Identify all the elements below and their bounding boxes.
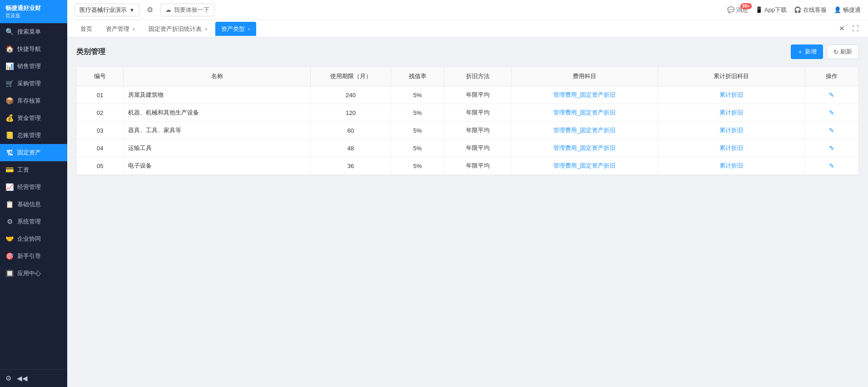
edit-icon[interactable]: ✎ xyxy=(829,162,834,169)
cell-accum-subject: 累计折旧 xyxy=(658,122,805,139)
cell-residual: 5% xyxy=(391,86,444,104)
cell-id: 03 xyxy=(77,122,124,139)
cell-accum-subject: 累计折旧 xyxy=(658,86,805,104)
cell-cost-subject: 管理费用_固定资产折旧 xyxy=(511,139,658,157)
col-period: 使用期限（月） xyxy=(311,67,391,86)
purchase-icon: 🛒 xyxy=(5,79,14,88)
cell-period: 36 xyxy=(311,157,391,175)
cell-name: 运输工具 xyxy=(124,139,311,157)
app-version: 普及版 xyxy=(5,12,62,19)
sidebar-item-search[interactable]: 🔍 搜索菜单 xyxy=(0,23,67,40)
cell-residual: 5% xyxy=(391,104,444,122)
sidebar-item-funds[interactable]: 💰 资金管理 xyxy=(0,109,67,127)
sidebar-item-payroll[interactable]: 💳 工资 xyxy=(0,161,67,179)
table-row: 04 运输工具 48 5% 年限平均 管理费用_固定资产折旧 累计折旧 ✎ xyxy=(77,139,858,157)
ledger-icon: 📒 xyxy=(5,131,14,139)
chevron-down-icon: ▼ xyxy=(129,7,134,13)
table-row: 02 机器、机械和其他生产设备 120 5% 年限平均 管理费用_固定资产折旧 … xyxy=(77,104,858,122)
cloud-icon: ☁ xyxy=(165,6,171,13)
sidebar-item-fixed-assets[interactable]: 🏗 固定资产 xyxy=(0,144,67,161)
cell-id: 04 xyxy=(77,139,124,157)
cell-method: 年限平均 xyxy=(444,104,511,122)
page-header: 类别管理 ＋ 新增 ↻ 刷新 xyxy=(76,45,859,59)
cell-period: 240 xyxy=(311,86,391,104)
message-button[interactable]: 💬 消息 99+ xyxy=(727,6,748,14)
cell-action[interactable]: ✎ xyxy=(805,139,858,157)
sidebar-item-sales[interactable]: 📊 销售管理 xyxy=(0,58,67,75)
settings-gear-icon[interactable]: ⚙ xyxy=(145,4,155,16)
company-name: 医疗器械行业演示 xyxy=(79,6,127,14)
cell-residual: 5% xyxy=(391,139,444,157)
trial-button[interactable]: ☁ 我要体验一下 xyxy=(160,4,214,16)
cell-name: 电子设备 xyxy=(124,157,311,175)
col-action: 操作 xyxy=(805,67,858,86)
col-cost-subject: 费用科目 xyxy=(511,67,658,86)
tab-asset-management-close[interactable]: × xyxy=(132,26,135,32)
tab-asset-type-close[interactable]: × xyxy=(248,26,250,32)
col-name: 名称 xyxy=(124,67,311,86)
sidebar-item-inventory[interactable]: 📦 库存核算 xyxy=(0,92,67,109)
sidebar-item-operations[interactable]: 📈 经营管理 xyxy=(0,179,67,196)
tab-asset-type[interactable]: 资产类型 × xyxy=(215,22,256,36)
cell-action[interactable]: ✎ xyxy=(805,104,858,122)
company-selector[interactable]: 医疗器械行业演示 ▼ xyxy=(74,4,139,16)
sidebar-item-guide[interactable]: 🎯 新手引导 xyxy=(0,248,67,265)
edit-icon[interactable]: ✎ xyxy=(829,144,834,152)
sidebar-bottom: ⚙ ◀◀ xyxy=(0,369,67,387)
cell-cost-subject: 管理费用_固定资产折旧 xyxy=(511,122,658,139)
sidebar-item-system[interactable]: ⚙ 系统管理 xyxy=(0,213,67,230)
settings-icon[interactable]: ⚙ xyxy=(5,374,11,382)
sales-icon: 📊 xyxy=(5,62,14,70)
refresh-label: 刷新 xyxy=(840,48,852,56)
tab-depreciation-table[interactable]: 固定资产折旧统计表 × xyxy=(143,22,213,36)
tab-depreciation-label: 固定资产折旧统计表 xyxy=(149,25,202,33)
col-residual: 残值率 xyxy=(391,67,444,86)
tab-depreciation-close[interactable]: × xyxy=(204,26,207,32)
tab-actions: ✕ ⛶ xyxy=(837,23,861,35)
home-icon: 🏠 xyxy=(5,45,14,53)
cell-accum-subject: 累计折旧 xyxy=(658,157,805,175)
cell-residual: 5% xyxy=(391,157,444,175)
new-button[interactable]: ＋ 新增 xyxy=(791,45,823,59)
funds-icon: 💰 xyxy=(5,114,14,122)
sidebar-item-enterprise[interactable]: 🤝 企业协同 xyxy=(0,230,67,248)
col-id: 编号 xyxy=(77,67,124,86)
cell-id: 02 xyxy=(77,104,124,122)
tab-asset-management[interactable]: 资产管理 × xyxy=(100,22,141,36)
user-button[interactable]: 👤 畅捷通 xyxy=(834,6,861,14)
main-content: 医疗器械行业演示 ▼ ⚙ ☁ 我要体验一下 💬 消息 99+ 📱 App下载 🎧… xyxy=(67,0,868,387)
edit-icon[interactable]: ✎ xyxy=(829,109,834,116)
online-service-button[interactable]: 🎧 在线客服 xyxy=(794,6,827,14)
sidebar-item-basic-info[interactable]: 📋 基础信息 xyxy=(0,196,67,213)
page-actions: ＋ 新增 ↻ 刷新 xyxy=(791,45,859,59)
sidebar-item-purchase[interactable]: 🛒 采购管理 xyxy=(0,75,67,92)
edit-icon[interactable]: ✎ xyxy=(829,91,834,99)
collapse-icon[interactable]: ◀◀ xyxy=(17,374,28,382)
sidebar-item-label: 采购管理 xyxy=(17,79,41,88)
fullscreen-icon[interactable]: ⛶ xyxy=(850,23,861,35)
cell-action[interactable]: ✎ xyxy=(805,86,858,104)
cell-id: 05 xyxy=(77,157,124,175)
sidebar-item-label: 搜索菜单 xyxy=(17,28,41,36)
cell-action[interactable]: ✎ xyxy=(805,157,858,175)
plus-icon: ＋ xyxy=(797,48,803,56)
tab-asset-type-label: 资产类型 xyxy=(221,25,245,33)
sidebar-item-ledger[interactable]: 📒 总账管理 xyxy=(0,127,67,144)
app-download-button[interactable]: 📱 App下载 xyxy=(755,6,787,14)
sidebar: 畅捷通好业财 普及版 🔍 搜索菜单 🏠 快捷导航 📊 销售管理 🛒 采购管理 📦… xyxy=(0,0,67,387)
edit-icon[interactable]: ✎ xyxy=(829,127,834,134)
cell-action[interactable]: ✎ xyxy=(805,122,858,139)
sidebar-item-quick-nav[interactable]: 🏠 快捷导航 xyxy=(0,40,67,58)
sidebar-item-label: 快捷导航 xyxy=(17,45,41,53)
refresh-button[interactable]: ↻ 刷新 xyxy=(827,45,859,59)
cell-period: 120 xyxy=(311,104,391,122)
cell-cost-subject: 管理费用_固定资产折旧 xyxy=(511,86,658,104)
app-name: 畅捷通好业财 xyxy=(5,5,62,12)
cell-method: 年限平均 xyxy=(444,86,511,104)
close-tab-icon[interactable]: ✕ xyxy=(837,23,847,35)
tab-home[interactable]: 首页 xyxy=(74,22,98,36)
system-icon: ⚙ xyxy=(5,218,14,226)
table-row: 03 器具、工具、家具等 60 5% 年限平均 管理费用_固定资产折旧 累计折旧… xyxy=(77,122,858,139)
sidebar-item-label: 基础信息 xyxy=(17,200,41,208)
sidebar-item-app-center[interactable]: 🔲 应用中心 xyxy=(0,265,67,282)
